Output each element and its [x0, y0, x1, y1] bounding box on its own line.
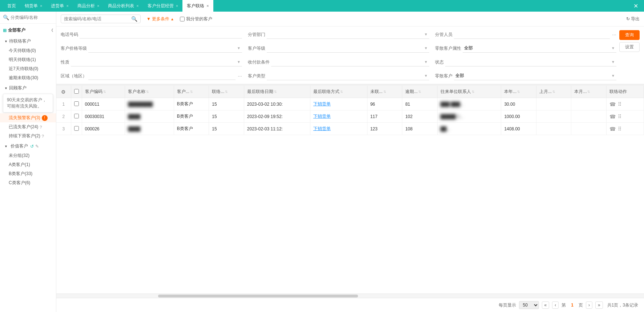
scrollbar-area[interactable] — [56, 293, 644, 298]
tab-sales-label: 销货单 — [25, 3, 38, 9]
sidebar-item-today[interactable]: 今天待联络(0) — [0, 46, 56, 55]
export-icon: ↻ — [626, 16, 630, 21]
sidebar-item-tomorrow[interactable]: 明天待联络(1) — [0, 55, 56, 64]
cell-last-month-2 — [536, 123, 571, 135]
table-row: 3 000026 ████ B类客户 15 2023-02-03 11:12: … — [56, 123, 644, 135]
sidebar-item-c-class[interactable]: C类客户(6) — [0, 178, 56, 187]
filter-scattered-attr: 零散客户属性 全部 ▼ — [435, 43, 616, 53]
sort-icon-this-month: ⇅ — [587, 90, 590, 94]
filter-scattered-cust-label: 零散客户 — [435, 73, 452, 79]
filter-cust-grade-select[interactable]: ▼ — [267, 44, 429, 53]
sidebar-item-ungroup[interactable]: 未分组(32) — [0, 151, 56, 160]
sidebar-item-b-class-label: B类客户(33) — [9, 171, 32, 176]
row-checkbox-0[interactable] — [74, 101, 79, 106]
filter-phone-input[interactable] — [80, 31, 242, 39]
filter-dept-select[interactable]: ▼ — [267, 30, 429, 39]
settings-button[interactable]: 设置 — [619, 42, 640, 52]
tab-purchase[interactable]: 进货单 × — [47, 0, 73, 12]
close-all-button[interactable]: ✕ — [631, 3, 641, 9]
sidebar-group-review-label: 回顾客户 — [9, 85, 27, 91]
filter-status-select[interactable]: ▼ — [445, 58, 616, 66]
cell-check-2[interactable] — [71, 123, 82, 135]
gear-icon-th[interactable]: ⚙ — [61, 89, 66, 95]
row-checkbox-2[interactable] — [74, 126, 79, 131]
my-customers-checkbox-wrap[interactable]: 我分管的客户 — [180, 16, 212, 22]
cell-last-method-2[interactable]: 下销货单 — [310, 123, 367, 135]
select-all-checkbox[interactable] — [74, 89, 79, 94]
filter-region-ellipsis[interactable]: ··· — [238, 73, 242, 79]
sidebar-item-overdue[interactable]: 逾期未联络(30) — [0, 73, 56, 82]
sidebar-group-value-label: 价值客户 — [11, 143, 28, 149]
filter-status-label: 状态 — [435, 59, 444, 65]
tab-analysis-close[interactable]: × — [97, 4, 99, 8]
th-overdue: 逾期... ⇅ — [402, 86, 438, 98]
filter-price-grade-select[interactable]: ▼ — [88, 44, 242, 53]
chevron-down-icon-10: ▼ — [611, 74, 615, 78]
action-contact-icon-2[interactable]: ☎ — [609, 126, 616, 132]
action-contact-icon-1[interactable]: ☎ — [609, 114, 616, 119]
row-checkbox-1[interactable] — [74, 114, 79, 118]
collapse-icon[interactable]: 《 — [49, 28, 53, 33]
tab-sales[interactable]: 销货单 × — [20, 0, 47, 12]
filter-person-ellipsis[interactable]: ··· — [612, 32, 616, 37]
tab-sales-close[interactable]: × — [40, 4, 42, 8]
search-input[interactable] — [64, 16, 130, 21]
search-button[interactable]: 🔍 — [131, 16, 137, 22]
filter-cust-type-select[interactable]: ▼ — [267, 72, 429, 80]
action-more-icon-2[interactable]: ⠿ — [618, 126, 621, 132]
th-name-label: 客户名称 — [128, 89, 145, 95]
sidebar-group-review-header[interactable]: ▼ 回顾客户 — [0, 83, 56, 93]
filter-person-select[interactable] — [454, 30, 610, 39]
tab-customer-tier-close[interactable]: × — [176, 4, 178, 8]
filter-scattered-cust-select[interactable]: 全部 ▼ — [454, 72, 616, 80]
next-page-button[interactable]: › — [586, 301, 592, 309]
cell-last-method-0[interactable]: 下销货单 — [310, 98, 367, 110]
refresh-icon[interactable]: ↺ — [30, 144, 34, 149]
filter-payment-select[interactable]: ▼ — [271, 58, 429, 66]
tab-customer-tier[interactable]: 客户分层经营 × — [143, 0, 182, 12]
sidebar-tooltip-text: 90天未交易的客户，可能有流失风险。 — [7, 97, 47, 109]
sidebar-item-7days[interactable]: 近7天待联络(0) — [0, 64, 56, 73]
tab-purchase-close[interactable]: × — [66, 4, 68, 8]
query-button[interactable]: 查询 — [619, 30, 640, 40]
page-suffix-label: 页 — [579, 302, 583, 308]
filter-region-input[interactable] — [88, 72, 236, 80]
tab-customer-contact-close[interactable]: × — [206, 4, 209, 8]
last-page-button[interactable]: » — [595, 301, 603, 309]
tab-analysis[interactable]: 商品分析 × — [73, 0, 104, 12]
sidebar-item-churned[interactable]: 已流失客户(24) ? — [0, 122, 56, 131]
prev-page-button[interactable]: ‹ — [552, 301, 559, 309]
sidebar-search-input[interactable] — [11, 15, 56, 20]
scrollbar-thumb[interactable] — [158, 295, 358, 297]
first-page-button[interactable]: « — [542, 301, 550, 309]
cell-type-2: B类客户 — [174, 123, 209, 135]
sidebar-item-declining[interactable]: 持续下滑客户(2) ? — [0, 131, 56, 141]
action-more-icon-1[interactable]: ⠿ — [618, 114, 621, 119]
export-button[interactable]: ↻ 导出 — [626, 16, 640, 22]
sidebar-item-a-class[interactable]: A类客户(1) — [0, 160, 56, 169]
tab-customer-contact[interactable]: 客户联络 × — [182, 0, 213, 12]
filter-scattered-attr-select[interactable]: 全部 ▼ — [463, 44, 616, 53]
sidebar-item-churn-warning[interactable]: 流失预警客户(3) ! — [0, 113, 56, 122]
cell-check-1[interactable] — [71, 110, 82, 123]
more-conditions-label: 更多条件 — [152, 16, 169, 22]
filter-scattered-attr-value: 全部 — [464, 45, 473, 51]
my-customers-checkbox[interactable] — [180, 17, 185, 21]
more-filter-button[interactable]: ▼ 更多条件 ▲ — [144, 15, 177, 23]
sidebar-group-pending-header[interactable]: ▼ 待联络客户 — [0, 36, 56, 46]
sidebar-all-customers[interactable]: ⊞ 全部客户 《 — [0, 25, 56, 36]
content-area: 🔍 ▼ 更多条件 ▲ 我分管的客户 ↻ 导出 — [56, 12, 644, 312]
page-size-select[interactable]: 50 100 200 — [519, 301, 539, 309]
cell-check-0[interactable] — [71, 98, 82, 110]
chevron-down-icon-5: ▼ — [611, 46, 615, 50]
tab-analysis-list-close[interactable]: × — [136, 4, 138, 8]
sidebar-group-value-header[interactable]: ▼ 价值客户 ↺ ✎ — [0, 141, 56, 151]
sidebar-item-b-class[interactable]: B类客户(33) — [0, 169, 56, 178]
cell-last-method-1[interactable]: 下销货单 — [310, 110, 367, 123]
filter-nature-select[interactable]: ▼ — [71, 58, 242, 66]
tab-home[interactable]: 首页 — [3, 0, 20, 12]
edit-icon[interactable]: ✎ — [35, 144, 39, 149]
action-contact-icon-0[interactable]: ☎ — [609, 101, 616, 107]
action-more-icon-0[interactable]: ⠿ — [618, 101, 621, 107]
tab-analysis-list[interactable]: 商品分析列表 × — [104, 0, 143, 12]
